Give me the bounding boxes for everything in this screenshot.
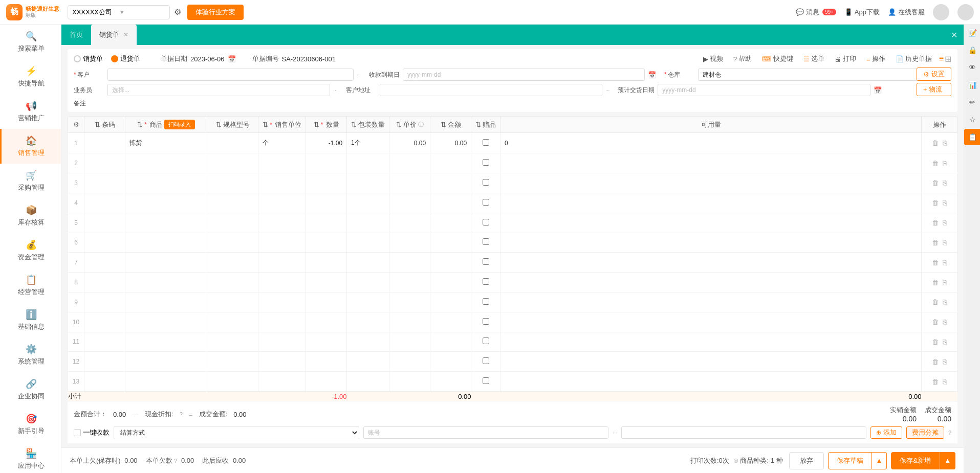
gift-checkbox[interactable] [483, 337, 489, 344]
cell-spec[interactable] [207, 153, 258, 173]
sidebar-item-marketing[interactable]: 📢 营销推广 [0, 94, 61, 129]
radio-return[interactable]: 退货单 [111, 54, 140, 63]
cell-qty[interactable] [306, 372, 347, 392]
float-btn-1[interactable]: 📝 [964, 25, 980, 41]
avatar2[interactable] [957, 4, 974, 20]
copy-icon[interactable]: ⎘ [943, 318, 947, 326]
cell-product[interactable] [125, 253, 207, 273]
delete-icon[interactable]: 🗑 [932, 378, 939, 386]
this-order-debt-help[interactable]: ? [174, 458, 177, 464]
address-dots[interactable]: ··· [605, 87, 609, 93]
cell-qty[interactable] [306, 253, 347, 273]
cell-qty[interactable] [306, 233, 347, 253]
app-download-item[interactable]: 📱 App下载 [844, 8, 880, 17]
delete-icon[interactable]: 🗑 [932, 160, 939, 167]
cell-gift[interactable] [471, 173, 500, 193]
salesperson-dots[interactable]: ··· [333, 87, 337, 93]
cell-amount[interactable] [430, 372, 471, 392]
cell-spec[interactable] [207, 312, 258, 332]
cell-product[interactable] [125, 173, 207, 193]
fee-btn[interactable]: 费用分摊 [906, 426, 944, 439]
cell-spec[interactable] [207, 372, 258, 392]
cell-gift[interactable] [471, 292, 500, 312]
float-btn-5[interactable]: ✏ [964, 94, 980, 110]
cell-gift[interactable] [471, 153, 500, 173]
cell-pkg[interactable] [347, 372, 389, 392]
copy-icon[interactable]: ⎘ [943, 338, 947, 346]
cell-product[interactable] [125, 332, 207, 352]
cell-barcode[interactable] [84, 233, 125, 253]
copy-icon[interactable]: ⎘ [943, 298, 947, 306]
cell-price[interactable] [389, 233, 430, 253]
cell-spec[interactable] [207, 193, 258, 213]
cell-unit[interactable] [258, 233, 306, 253]
delete-icon[interactable]: 🗑 [932, 179, 939, 187]
sidebar-item-shortcut[interactable]: ⚡ 快捷导航 [0, 59, 61, 94]
cell-price[interactable] [389, 312, 430, 332]
one-click-check[interactable] [74, 429, 81, 436]
cell-gift[interactable] [471, 233, 500, 253]
add-payment-btn[interactable]: ⊕ 添加 [870, 426, 902, 439]
cell-spec[interactable] [207, 133, 258, 153]
cell-spec[interactable] [207, 233, 258, 253]
calendar-icon[interactable]: 📅 [228, 55, 236, 63]
cell-barcode[interactable] [84, 173, 125, 193]
radio-sale[interactable]: 销货单 [74, 54, 103, 63]
copy-icon[interactable]: ⎘ [943, 179, 947, 187]
cell-barcode[interactable] [84, 332, 125, 352]
logistics-btn[interactable]: + 物流 [917, 83, 951, 96]
cell-gift[interactable] [471, 193, 500, 213]
cell-unit[interactable] [258, 312, 306, 332]
gift-checkbox[interactable] [483, 377, 489, 384]
settings-btn[interactable]: ⚙ 设置 [917, 67, 951, 81]
cell-amount[interactable] [430, 292, 471, 312]
cell-amount[interactable] [430, 173, 471, 193]
copy-icon[interactable]: ⎘ [943, 358, 947, 366]
cell-qty[interactable] [306, 332, 347, 352]
cell-spec[interactable] [207, 173, 258, 193]
cell-amount[interactable] [430, 233, 471, 253]
scan-btn[interactable]: 扫码录入 [164, 120, 195, 129]
gift-checkbox[interactable] [483, 199, 489, 206]
delete-icon[interactable]: 🗑 [932, 199, 939, 207]
customer-input[interactable] [107, 69, 354, 81]
grid-view-icon[interactable]: ⊞ [945, 54, 951, 64]
sidebar-item-search[interactable]: 🔍 搜索菜单 [0, 25, 61, 59]
cell-barcode[interactable] [84, 213, 125, 233]
fee-help-icon[interactable]: ? [948, 430, 951, 436]
cell-gift[interactable] [471, 253, 500, 273]
tab-sales-order[interactable]: 销货单 ✕ [91, 25, 137, 45]
cell-amount[interactable]: 0.00 [430, 133, 471, 153]
cell-spec[interactable] [207, 213, 258, 233]
sidebar-item-finance[interactable]: 💰 资金管理 [0, 233, 61, 268]
cell-qty[interactable] [306, 193, 347, 213]
sidebar-item-purchase[interactable]: 🛒 采购管理 [0, 164, 61, 198]
cell-product[interactable] [125, 193, 207, 213]
delete-icon[interactable]: 🗑 [932, 318, 939, 326]
save-draft-arrow-btn[interactable]: ▲ [872, 452, 887, 469]
account-dots[interactable]: ··· [613, 430, 617, 436]
cell-product[interactable] [125, 312, 207, 332]
video-btn[interactable]: ▶ 视频 [700, 53, 726, 64]
discard-btn[interactable]: 放弃 [789, 452, 824, 469]
cell-qty[interactable] [306, 292, 347, 312]
help-btn[interactable]: ? 帮助 [730, 53, 755, 64]
save-new-btn[interactable]: 保存&新增 [891, 452, 940, 469]
cell-product[interactable] [125, 273, 207, 292]
copy-icon[interactable]: ⎘ [943, 259, 947, 266]
float-btn-6[interactable]: ☆ [964, 111, 980, 128]
cell-unit[interactable] [258, 173, 306, 193]
sidebar-item-collab[interactable]: 🔗 企业协同 [0, 372, 61, 407]
cell-price[interactable] [389, 292, 430, 312]
cell-pkg[interactable] [347, 213, 389, 233]
cell-product[interactable] [125, 292, 207, 312]
cell-unit[interactable] [258, 352, 306, 372]
gift-checkbox[interactable] [483, 298, 489, 305]
cell-spec[interactable] [207, 253, 258, 273]
cell-pkg[interactable] [347, 292, 389, 312]
cell-product[interactable]: 拣货 [125, 133, 207, 153]
cell-gift[interactable] [471, 213, 500, 233]
price-info-icon[interactable]: ⓘ [418, 121, 424, 128]
print-btn[interactable]: 🖨 打印 [832, 53, 859, 64]
cell-spec[interactable] [207, 332, 258, 352]
